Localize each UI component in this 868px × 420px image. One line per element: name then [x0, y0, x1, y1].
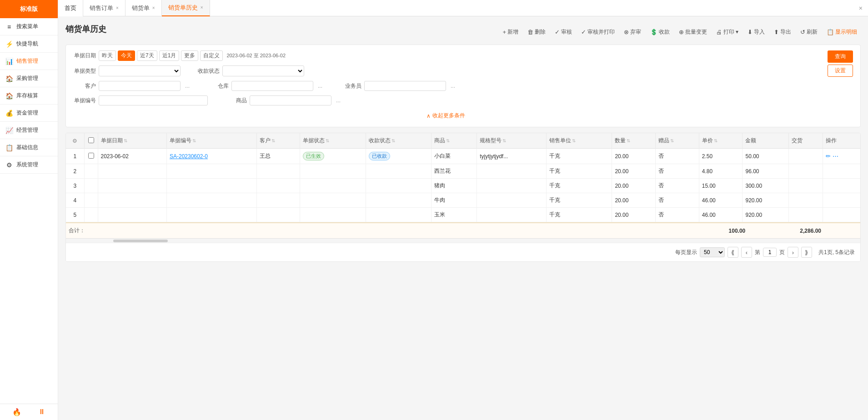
tab-home[interactable]: 首页	[58, 0, 83, 16]
horizontal-scrollbar[interactable]	[66, 238, 860, 243]
sidebar-item-quick-nav[interactable]: ⚡ 快捷导航	[0, 35, 58, 53]
col-price-sort[interactable]: ⇅	[714, 138, 717, 143]
row1-checkbox[interactable]	[88, 153, 94, 159]
search-menu-icon: ≡	[5, 23, 13, 30]
collect-button[interactable]: 💲 收款	[647, 26, 673, 38]
row1-edit-icon[interactable]: ✏	[826, 153, 831, 160]
tab-sales-goods[interactable]: 销货单 ×	[125, 0, 162, 16]
filter-date-item: 单据日期 昨天 今天 近7天 近1月 更多 自定义 2023-06-02 至 2…	[73, 50, 286, 61]
print-button[interactable]: 🖨 打印 ▾	[712, 26, 742, 38]
warehouse-suffix[interactable]: ...	[318, 83, 322, 89]
collect-status-select[interactable]	[222, 65, 304, 76]
collect-label: 收款	[659, 28, 670, 36]
base-info-icon: 📋	[5, 144, 13, 151]
salesperson-input[interactable]	[364, 81, 446, 91]
sidebar-fire-btn[interactable]: 🔥	[12, 408, 21, 416]
doc-no-input[interactable]	[99, 95, 208, 105]
sales-mgmt-icon: 📊	[5, 58, 13, 65]
tab-bar-close-all[interactable]: ×	[853, 5, 868, 12]
col-customer-sort[interactable]: ⇅	[271, 138, 275, 143]
col-collect-status-sort[interactable]: ⇅	[391, 138, 395, 143]
sidebar-item-base-info[interactable]: 📋 基础信息	[0, 139, 58, 156]
approve-button[interactable]: ✓ 审核	[551, 26, 576, 38]
row5-price: 46.00	[699, 208, 743, 222]
doc-type-select[interactable]	[99, 65, 181, 76]
col-goods-sort[interactable]: ⇅	[446, 138, 450, 143]
goods-filter-suffix[interactable]: ...	[336, 97, 341, 104]
customer-input[interactable]	[99, 81, 181, 91]
per-page-select[interactable]: 50 10 20 100	[700, 247, 725, 257]
row5-doc-status	[300, 208, 366, 222]
tab-sales-order[interactable]: 销售订单 ×	[83, 0, 125, 16]
select-all-checkbox[interactable]	[88, 137, 94, 143]
row4-unit: 千克	[546, 193, 612, 208]
main-area: 首页 销售订单 × 销货单 × 销货单历史 × × 销货单历史 + 新增	[58, 0, 868, 420]
export-button[interactable]: ⬆ 导出	[770, 26, 795, 38]
purchase-mgmt-icon: 🏠	[5, 75, 13, 82]
row1-check[interactable]	[84, 149, 98, 164]
sidebar-item-finance[interactable]: 💰 资金管理	[0, 105, 58, 122]
customer-suffix[interactable]: ...	[185, 83, 190, 89]
content-area: 销货单历史 + 新增 🗑 删除 ✓ 审核 ✓ 审核并打印	[58, 16, 868, 420]
sidebar-item-ops[interactable]: 📈 经营管理	[0, 122, 58, 139]
page-input[interactable]: 1	[763, 248, 777, 257]
batch-change-button[interactable]: ⊕ 批量变更	[675, 26, 711, 38]
set-button[interactable]: 设置	[828, 65, 853, 77]
goods-filter-input[interactable]	[250, 95, 331, 105]
sidebar-item-search-menu[interactable]: ≡ 搜索菜单	[0, 18, 58, 35]
row4-qty: 20.00	[612, 193, 656, 208]
col-no-sort[interactable]: ⇅	[192, 138, 196, 143]
tab-sales-history-close[interactable]: ×	[201, 5, 203, 10]
row1-more-icon[interactable]: ⋯	[833, 153, 838, 160]
sidebar-pause-btn[interactable]: ⏸	[38, 408, 45, 416]
import-button[interactable]: ⬇ 导入	[744, 26, 768, 38]
approve-print-button[interactable]: ✓ 审核并打印	[577, 26, 618, 38]
date-buttons: 昨天 今天 近7天 近1月 更多 自定义 2023-06-02 至 2023-0…	[99, 50, 286, 61]
col-customer-label: 客户	[260, 137, 271, 145]
total-info: 共1页, 5条记录	[818, 249, 855, 256]
date-btn-1month[interactable]: 近1月	[159, 50, 180, 61]
date-btn-more[interactable]: 更多	[181, 50, 198, 61]
col-spec-sort[interactable]: ⇅	[502, 138, 506, 143]
collapse-button[interactable]: ∧ 收起更多条件	[73, 110, 818, 121]
salesperson-suffix[interactable]: ...	[451, 83, 455, 89]
row1-no-link[interactable]: SA-20230602-0	[170, 153, 208, 160]
query-button[interactable]: 查询	[828, 50, 853, 63]
date-btn-today[interactable]: 今天	[118, 50, 135, 61]
new-icon: +	[502, 29, 506, 35]
warehouse-input[interactable]	[231, 81, 313, 91]
import-icon: ⬇	[748, 29, 753, 35]
table-gear-icon[interactable]: ⚙	[72, 138, 77, 144]
show-detail-button[interactable]: 📋 显示明细	[823, 26, 861, 38]
export-label: 导出	[780, 28, 791, 36]
scrollbar-thumb[interactable]	[113, 240, 168, 242]
page-first-btn[interactable]: ⟪	[728, 247, 738, 258]
col-unit-sort[interactable]: ⇅	[572, 138, 576, 143]
inventory-icon: 🏠	[5, 92, 13, 100]
col-doc-status-sort[interactable]: ⇅	[326, 138, 329, 143]
refresh-button[interactable]: ↺ 刷新	[797, 26, 821, 38]
sidebar-item-purchase-mgmt[interactable]: 🏠 采购管理	[0, 70, 58, 87]
tab-sales-order-close[interactable]: ×	[116, 5, 119, 10]
col-gear[interactable]: ⚙	[66, 133, 84, 149]
page-prev-btn[interactable]: ‹	[741, 247, 752, 258]
page-last-btn[interactable]: ⟫	[801, 247, 812, 258]
date-btn-custom[interactable]: 自定义	[200, 50, 223, 61]
date-btn-7days[interactable]: 近7天	[137, 50, 157, 61]
date-btn-yesterday[interactable]: 昨天	[99, 50, 116, 61]
sidebar-item-sys-mgmt[interactable]: ⚙ 系统管理	[0, 156, 58, 174]
page-next-btn[interactable]: ›	[788, 247, 798, 258]
sys-mgmt-icon: ⚙	[5, 161, 13, 169]
sidebar-item-sales-mgmt[interactable]: 📊 销售管理	[0, 53, 58, 70]
abandon-button[interactable]: ⊗ 弃审	[620, 26, 645, 38]
sidebar-label-purchase-mgmt: 采购管理	[16, 75, 38, 82]
row1-no[interactable]: SA-20230602-0	[166, 149, 256, 164]
col-gift-sort[interactable]: ⇅	[670, 138, 674, 143]
tab-sales-history[interactable]: 销货单历史 ×	[162, 0, 210, 16]
new-button[interactable]: + 新增	[499, 26, 522, 38]
col-qty-sort[interactable]: ⇅	[627, 138, 630, 143]
col-date-sort[interactable]: ⇅	[124, 138, 127, 143]
delete-button[interactable]: 🗑 删除	[524, 26, 549, 38]
tab-sales-goods-close[interactable]: ×	[152, 5, 155, 10]
sidebar-item-inventory[interactable]: 🏠 库存核算	[0, 87, 58, 105]
